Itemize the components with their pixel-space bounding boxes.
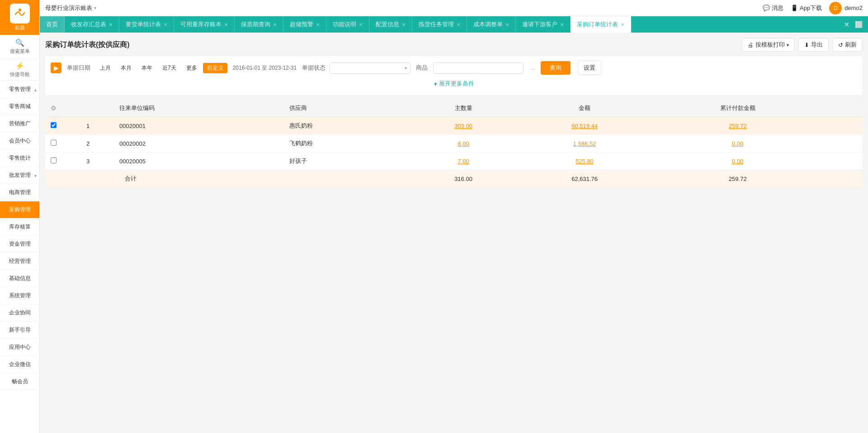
sidebar-item-marketing[interactable]: 营销推广	[0, 115, 39, 133]
tab-home[interactable]: 首页	[40, 16, 65, 33]
workspace-dropdown[interactable]: 母婴行业演示账表 ▾	[45, 4, 96, 12]
tab-close-warranty[interactable]: ✕	[273, 22, 277, 27]
tab-close-purchase-order-stat[interactable]: ✕	[621, 22, 624, 27]
tab-available[interactable]: 可用量库存账本 ✕	[174, 16, 235, 33]
tab-funchelp-label: 功能说明	[333, 20, 356, 29]
tab-close-funchelp[interactable]: ✕	[359, 22, 363, 27]
sidebar-item-search[interactable]: 🔍 搜索菜单	[0, 35, 39, 59]
sidebar-item-wholesale[interactable]: 批发管理 ▾	[0, 167, 39, 184]
phone-icon: 📱	[791, 5, 798, 11]
topbar-message-btn[interactable]: 💬 消息	[763, 4, 783, 12]
table-footer-row: 合计 316.00 62,631.76 259.72	[45, 170, 863, 188]
svg-point-1	[19, 9, 21, 11]
tab-cost-adjust[interactable]: 成本调整单 ✕	[467, 16, 516, 33]
chevron-down-icon: ▾	[34, 173, 37, 178]
table-row[interactable]: 3 00020005 好孩子 7.00 525.80 0.00	[45, 152, 863, 170]
tab-purchase-order-stat[interactable]: 采购订单统计表 ✕	[571, 16, 631, 33]
tab-receive[interactable]: 收发存汇总表 ✕	[65, 16, 119, 33]
settings-button[interactable]: 设置	[578, 61, 601, 75]
topbar-app-download-btn[interactable]: 📱 App下载	[791, 4, 822, 12]
sidebar-item-appcenter[interactable]: 应用中心	[0, 339, 39, 356]
refresh-button[interactable]: ↺ 刷新	[832, 38, 863, 52]
tab-maximize-btn[interactable]: ⬜	[853, 19, 864, 30]
export-button[interactable]: ⬇ 导出	[798, 38, 829, 52]
tab-close-pick-task[interactable]: ✕	[457, 22, 460, 27]
tab-warranty[interactable]: 保质期查询 ✕	[235, 16, 283, 33]
row-unit-code: 00020005	[114, 152, 284, 170]
tab-close-available[interactable]: ✕	[224, 22, 228, 27]
table-row[interactable]: 2 00020002 飞鹤奶粉 6.00 1,586.52 0.00	[45, 135, 863, 152]
sidebar-item-vip[interactable]: 畅会员	[0, 373, 39, 390]
date-btn-this-month[interactable]: 本月	[117, 63, 136, 73]
topbar-user[interactable]: D demo2	[829, 2, 863, 14]
row-paid: 0.00	[653, 152, 823, 170]
tab-overstock[interactable]: 超储预警 ✕	[283, 16, 326, 33]
sidebar-item-system[interactable]: 系统管理	[0, 287, 39, 305]
tab-pick-task[interactable]: 拣货任务管理 ✕	[412, 16, 467, 33]
tab-invite[interactable]: 邀请下游客户 ✕	[516, 16, 571, 33]
footer-label: 合计	[114, 170, 284, 188]
tab-close-all-btn[interactable]: ✕	[842, 19, 851, 30]
sidebar-item-retail-shop[interactable]: 零售商城	[0, 98, 39, 115]
sidebar-item-operations[interactable]: 经营管理	[0, 253, 39, 270]
sidebar-item-ecommerce[interactable]: 电商管理	[0, 184, 39, 201]
sidebar-item-purchase[interactable]: 采购管理	[0, 201, 39, 219]
tab-purchase-stat[interactable]: 要货单统计表 ✕	[119, 16, 174, 33]
status-filter-wrap: 单据状态	[302, 62, 410, 74]
refresh-icon: ↺	[838, 42, 843, 48]
row-extra	[823, 135, 863, 152]
tab-available-label: 可用量库存账本	[180, 20, 222, 29]
filter-expand-btn[interactable]: ▾ 展开更多条件	[51, 77, 857, 90]
sidebar-item-finance[interactable]: 资金管理	[0, 236, 39, 253]
search-button[interactable]: 查询	[541, 61, 571, 75]
data-table-wrap: ⚙ 往来单位编码 供应商 主数量 金额 累计付款金额 1 00020001 惠氏…	[45, 100, 863, 188]
sidebar-logo[interactable]: 标题	[0, 0, 39, 35]
tab-close-config[interactable]: ✕	[402, 22, 406, 27]
row-index: 3	[62, 152, 114, 170]
tab-config[interactable]: 配置信息 ✕	[369, 16, 412, 33]
date-btn-more[interactable]: 更多	[182, 63, 201, 73]
sidebar-item-basic[interactable]: 基础信息	[0, 270, 39, 287]
status-select[interactable]	[329, 62, 410, 74]
tab-warranty-label: 保质期查询	[241, 20, 270, 29]
goods-filter-more-btn[interactable]: ...	[531, 65, 535, 71]
sidebar-item-retail-stat[interactable]: 零售统计	[0, 150, 39, 167]
sidebar-item-enterprise[interactable]: 企业协同	[0, 305, 39, 322]
sidebar-item-inventory[interactable]: 库存核算	[0, 219, 39, 236]
date-btn-7days[interactable]: 近7天	[158, 63, 180, 73]
tab-close-overstock[interactable]: ✕	[316, 22, 320, 27]
row-index: 1	[62, 117, 114, 135]
row-supplier: 飞鹤奶粉	[284, 135, 410, 152]
sidebar-item-quicknav[interactable]: ⚡ 快捷导航	[0, 59, 39, 81]
tab-cost-adjust-label: 成本调整单	[473, 20, 503, 29]
tab-close-invite[interactable]: ✕	[560, 22, 564, 27]
row-checkbox[interactable]	[45, 117, 62, 135]
tab-close-receive[interactable]: ✕	[109, 22, 113, 27]
date-quick-buttons: 上月 本月 本年 近7天 更多 自定义	[96, 63, 227, 73]
sidebar-item-retail[interactable]: 零售管理 ▴	[0, 81, 39, 98]
row-checkbox[interactable]	[45, 152, 62, 170]
sidebar-item-newguide[interactable]: 新手引导	[0, 322, 39, 339]
goods-filter-input[interactable]	[433, 62, 524, 74]
footer-amount: 62,631.76	[516, 170, 652, 188]
filter-toggle-btn[interactable]: ▶	[51, 62, 61, 73]
tab-funchelp[interactable]: 功能说明 ✕	[326, 16, 369, 33]
print-button[interactable]: 🖨 按模板打印 ▾	[742, 38, 795, 52]
date-btn-custom[interactable]: 自定义	[203, 63, 227, 73]
table-row[interactable]: 1 00020001 惠氏奶粉 303.00 60,519.44 259.72	[45, 117, 863, 135]
tab-close-purchase-stat[interactable]: ✕	[164, 22, 167, 27]
tabbar: 首页 收发存汇总表 ✕ 要货单统计表 ✕ 可用量库存账本 ✕ 保质期查询 ✕ 超…	[40, 16, 868, 33]
gear-icon[interactable]: ⚙	[51, 105, 57, 112]
footer-supplier	[284, 170, 410, 188]
sidebar-item-wechat[interactable]: 企业微信	[0, 356, 39, 373]
date-filter-label: 单据日期	[67, 64, 90, 72]
tab-close-cost-adjust[interactable]: ✕	[505, 22, 509, 27]
topbar-left: 母婴行业演示账表 ▾	[45, 4, 96, 12]
sidebar-logo-text: 标题	[15, 24, 25, 31]
sidebar-item-member[interactable]: 会员中心	[0, 133, 39, 150]
footer-gear	[45, 170, 62, 188]
date-btn-last-month[interactable]: 上月	[96, 63, 115, 73]
row-index: 2	[62, 135, 114, 152]
date-btn-this-year[interactable]: 本年	[137, 63, 156, 73]
row-checkbox[interactable]	[45, 135, 62, 152]
